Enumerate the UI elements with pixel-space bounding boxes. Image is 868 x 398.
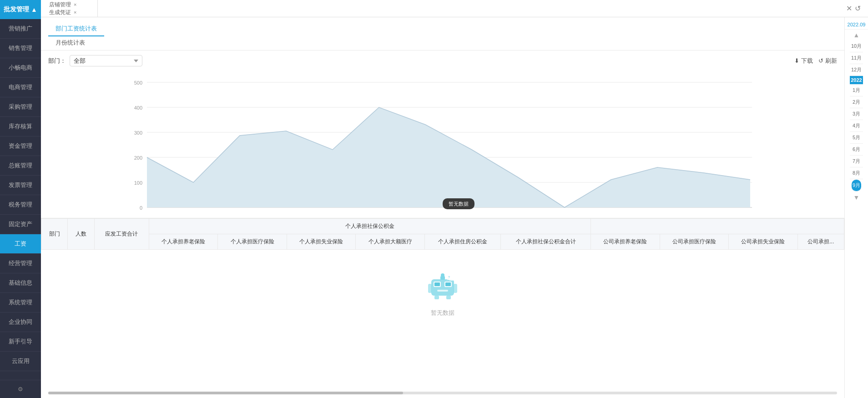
sub-header-col: 公司承担... bbox=[797, 234, 844, 250]
sub-tab-bar: 部门工资统计表月份统计表 bbox=[41, 17, 844, 50]
download-button[interactable]: ⬇ 下载 bbox=[794, 57, 813, 65]
tab-list: 首页门店商品目录×销货单×店铺管理×生成凭证×应收应付调整单×工资表×工资统计报… bbox=[45, 0, 98, 17]
timeline-nav-up[interactable]: ▲ bbox=[852, 30, 862, 40]
sidebar-item-purchase[interactable]: 采购管理 bbox=[0, 97, 41, 117]
svg-rect-24 bbox=[428, 284, 432, 293]
timeline-month-7月[interactable]: 7月 bbox=[850, 156, 863, 167]
col-group-personal: 个人承担社保公积金 bbox=[149, 219, 590, 234]
sidebar-item-finance[interactable]: 资金管理 bbox=[0, 136, 41, 156]
timeline-month-12月[interactable]: 12月 bbox=[850, 64, 863, 76]
tab-bar: 首页门店商品目录×销货单×店铺管理×生成凭证×应收应付调整单×工资表×工资统计报… bbox=[41, 0, 868, 17]
svg-rect-19 bbox=[434, 282, 440, 286]
sub-header-col: 个人承担社保公积金合计 bbox=[500, 234, 590, 250]
sidebar-item-tax[interactable]: 税务管理 bbox=[0, 195, 41, 215]
svg-rect-26 bbox=[434, 296, 439, 299]
download-label: 下载 bbox=[801, 57, 813, 65]
sub-tab-month-stats[interactable]: 月份统计表 bbox=[48, 36, 104, 50]
sidebar-title: 批发管理 bbox=[4, 5, 29, 14]
scroll-indicator[interactable] bbox=[48, 392, 837, 394]
timeline-year-label: 2022.09 bbox=[845, 20, 868, 30]
tab-close-production-cert[interactable]: × bbox=[74, 10, 76, 15]
chart-wrapper: 0 100 200 300 400 500 bbox=[48, 76, 837, 213]
sub-header-col: 个人承担医疗保险 bbox=[218, 234, 287, 250]
col-count: 人数 bbox=[68, 219, 94, 250]
gear-icon: ⚙ bbox=[18, 386, 23, 393]
timeline-nav-down[interactable]: ▼ bbox=[852, 192, 862, 203]
table-container: 部门 人数 应发工资合计 个人承担社保公积金 个人承担养老保险个人承担医疗保险个… bbox=[41, 218, 844, 390]
timeline-month-3月[interactable]: 3月 bbox=[850, 108, 863, 120]
sidebar-header[interactable]: 批发管理 ▲ bbox=[0, 0, 41, 19]
page-content: 部门工资统计表月份统计表 部门： 全部研发部销售部财务部行政部 ⬇ 下载 ↺ bbox=[41, 17, 844, 398]
tab-label-store-manage: 店铺管理 bbox=[49, 1, 71, 9]
svg-text:500: 500 bbox=[134, 80, 142, 86]
col-dept: 部门 bbox=[41, 219, 68, 250]
timeline-month-9月[interactable]: 9月 bbox=[852, 180, 861, 191]
sub-header-col: 公司承担失业保险 bbox=[729, 234, 798, 250]
timeline-month-6月[interactable]: 6月 bbox=[850, 144, 863, 156]
tab-close-store-manage[interactable]: × bbox=[74, 2, 76, 7]
table-sub-header: 个人承担养老保险个人承担医疗保险个人承担失业保险个人承担大额医疗个人承担住房公积… bbox=[41, 234, 844, 250]
sub-header-col: 公司承担养老保险 bbox=[591, 234, 660, 250]
sub-header-col: 个人承担养老保险 bbox=[149, 234, 218, 250]
svg-rect-25 bbox=[454, 284, 457, 293]
sidebar-settings-button[interactable]: ⚙ bbox=[0, 380, 41, 398]
data-table: 部门 人数 应发工资合计 个人承担社保公积金 个人承担养老保险个人承担医疗保险个… bbox=[41, 218, 844, 335]
col-group-company bbox=[591, 219, 844, 234]
sidebar-item-sales[interactable]: 销售管理 bbox=[0, 39, 41, 58]
tab-bar-actions: ✕ ↺ bbox=[843, 4, 864, 13]
sidebar-item-ledger[interactable]: 总账管理 bbox=[0, 156, 41, 176]
svg-text:100: 100 bbox=[134, 180, 142, 186]
table-empty-row: ? 暂无数据 bbox=[41, 250, 844, 336]
sidebar-item-operations[interactable]: 经营管理 bbox=[0, 254, 41, 273]
sidebar-item-ecommerce[interactable]: 电商管理 bbox=[0, 78, 41, 97]
col-salary: 应发工资合计 bbox=[94, 219, 149, 250]
svg-rect-27 bbox=[446, 296, 451, 299]
timeline-panel: 2022.09 ▲ 10月11月12月20221月2月3月4月5月6月7月8月9… bbox=[844, 17, 868, 398]
scroll-thumb bbox=[48, 392, 403, 394]
refresh-button[interactable]: ↺ 刷新 bbox=[818, 57, 837, 65]
tab-production-cert[interactable]: 生成凭证× bbox=[45, 9, 98, 16]
sidebar-item-inventory[interactable]: 库存核算 bbox=[0, 117, 41, 136]
sidebar-item-guide[interactable]: 新手引导 bbox=[0, 332, 41, 352]
sidebar-item-fixed-assets[interactable]: 固定资产 bbox=[0, 215, 41, 234]
timeline-month-5月[interactable]: 5月 bbox=[850, 132, 863, 144]
timeline-month-11月[interactable]: 11月 bbox=[850, 52, 863, 64]
sidebar-nav: 营销推广销售管理小畅电商电商管理采购管理库存核算资金管理总账管理发票管理税务管理… bbox=[0, 19, 41, 371]
sidebar: 批发管理 ▲ 营销推广销售管理小畅电商电商管理采购管理库存核算资金管理总账管理发… bbox=[0, 0, 41, 398]
refresh-icon: ↺ bbox=[818, 57, 823, 64]
sub-header-col: 个人承担失业保险 bbox=[287, 234, 356, 250]
dept-filter-select[interactable]: 全部研发部销售部财务部行政部 bbox=[70, 55, 142, 66]
sidebar-item-invoice[interactable]: 发票管理 bbox=[0, 176, 41, 195]
timeline-month-10月[interactable]: 10月 bbox=[850, 40, 863, 52]
sub-tab-dept-stats[interactable]: 部门工资统计表 bbox=[48, 22, 104, 36]
timeline-month-4月[interactable]: 4月 bbox=[850, 120, 863, 132]
filter-row: 部门： 全部研发部销售部财务部行政部 bbox=[48, 55, 142, 66]
svg-text:200: 200 bbox=[134, 155, 142, 161]
main-area: 首页门店商品目录×销货单×店铺管理×生成凭证×应收应付调整单×工资表×工资统计报… bbox=[41, 0, 868, 398]
sidebar-item-system[interactable]: 系统管理 bbox=[0, 293, 41, 312]
timeline-month-2022[interactable]: 2022 bbox=[850, 76, 863, 85]
empty-icon: ? bbox=[424, 268, 461, 304]
download-icon: ⬇ bbox=[794, 57, 799, 64]
timeline-month-2月[interactable]: 2月 bbox=[850, 96, 863, 108]
action-row: ⬇ 下载 ↺ 刷新 bbox=[794, 57, 837, 65]
svg-text:300: 300 bbox=[134, 130, 142, 136]
sidebar-item-basic[interactable]: 基础信息 bbox=[0, 273, 41, 293]
refresh-page-icon[interactable]: ↺ bbox=[855, 4, 861, 13]
sidebar-item-enterprise[interactable]: 企业协同 bbox=[0, 312, 41, 332]
sub-tab-list: 部门工资统计表月份统计表 bbox=[48, 22, 104, 50]
sidebar-item-marketing[interactable]: 营销推广 bbox=[0, 19, 41, 39]
close-all-tabs-button[interactable]: ✕ bbox=[846, 4, 852, 13]
timeline-month-1月[interactable]: 1月 bbox=[850, 85, 863, 96]
tab-label-production-cert: 生成凭证 bbox=[49, 9, 71, 16]
svg-text:?: ? bbox=[448, 276, 450, 279]
empty-state: ? 暂无数据 bbox=[41, 250, 844, 335]
tab-store-manage[interactable]: 店铺管理× bbox=[45, 1, 98, 9]
content-area: 部门工资统计表月份统计表 部门： 全部研发部销售部财务部行政部 ⬇ 下载 ↺ bbox=[41, 17, 868, 398]
sidebar-item-payroll[interactable]: 工资 bbox=[0, 234, 41, 254]
svg-text:暂无数据: 暂无数据 bbox=[449, 201, 469, 207]
svg-point-23 bbox=[441, 273, 444, 277]
sidebar-item-ecommerce-small[interactable]: 小畅电商 bbox=[0, 58, 41, 78]
timeline-month-8月[interactable]: 8月 bbox=[850, 167, 863, 179]
sidebar-item-cloud[interactable]: 云应用 bbox=[0, 352, 41, 371]
